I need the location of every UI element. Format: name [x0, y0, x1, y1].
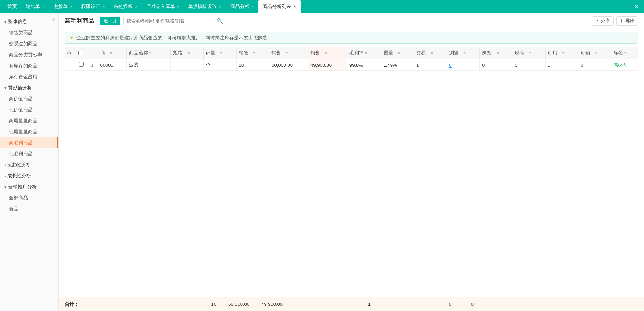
tab-sales-order[interactable]: 销售单 ×: [21, 0, 49, 13]
arrow-icon-growth: ›: [4, 174, 6, 178]
arrow-icon-wealth: ▾: [4, 86, 7, 90]
sidebar-item-all-goods[interactable]: 全部商品: [0, 192, 58, 203]
close-tab-permission-settings[interactable]: ×: [102, 4, 105, 9]
sidebar-group-trend-analysis[interactable]: › 流趋性分析: [0, 159, 58, 170]
close-tab-sales-order[interactable]: ×: [42, 4, 44, 9]
sidebar-item-low-freq[interactable]: 低爆量量商品: [0, 126, 58, 137]
col-browse2[interactable]: 浏览...⇅: [479, 47, 512, 59]
sidebar-item-goods-contribution[interactable]: 商品分类贡献率: [0, 49, 58, 60]
col-spec[interactable]: 规格...⇅: [170, 47, 203, 59]
sort-icon-sales-cost: ⇅: [325, 51, 328, 55]
tab-permission-settings[interactable]: 权限设置 ×: [77, 0, 109, 13]
sort-icon-browse1: ⇅: [463, 51, 466, 55]
data-table: ⚙ 商...⇅ 商品名称⇅ 规格...⇅: [65, 47, 638, 71]
footer-sales-qty-val: 10: [197, 301, 219, 307]
cell-spec: [170, 59, 203, 71]
tab-home[interactable]: 首页: [3, 0, 21, 13]
main-layout: ‹‹ ▾ 整体信息 销售类商品 交易过的商品 商品分类贡献率 有库存的商品 库存…: [0, 13, 644, 311]
search-input[interactable]: [127, 18, 217, 23]
cell-transaction: 1: [414, 59, 447, 71]
sort-icon-gross-margin: ⇅: [364, 51, 367, 55]
sort-icon-available-stock: ⇅: [562, 51, 565, 55]
arrow-icon-marketing: ▾: [4, 185, 7, 189]
top-navigation: 首页 销售单 × 进货单 × 权限设置 × 角色授权 × 产成品入库单 × 单据…: [0, 0, 644, 13]
close-tab-order-template[interactable]: ×: [219, 4, 221, 9]
close-tab-purchase-order[interactable]: ×: [70, 4, 72, 9]
sidebar-item-new-goods[interactable]: 新品: [0, 203, 58, 214]
cell-sales-amount: 50,000.00: [269, 59, 308, 71]
cell-available-stock: 0: [545, 59, 578, 71]
footer-available-stock-val: 0: [432, 301, 454, 307]
sort-icon-code: ⇅: [109, 51, 112, 55]
footer-sales-qty: [94, 301, 197, 307]
export-button[interactable]: ⇓ 导出: [616, 16, 638, 26]
footer-spacer2: [373, 301, 432, 307]
tab-product-analysis[interactable]: 商品分析 ×: [226, 0, 258, 13]
sidebar-group-marketing-analysis[interactable]: ▾ 营销推广分析: [0, 181, 58, 192]
sidebar-item-stock-capital[interactable]: 库存资金占用: [0, 71, 58, 82]
sidebar-item-high-value[interactable]: 高价值商品: [0, 93, 58, 104]
close-tab-product-entry[interactable]: ×: [177, 4, 179, 9]
tab-role-permission[interactable]: 角色授权 ×: [109, 0, 141, 13]
col-checkbox[interactable]: [76, 47, 87, 59]
cell-checkbox[interactable]: [76, 59, 87, 71]
sidebar-item-high-margin[interactable]: 高毛利商品: [0, 137, 58, 148]
sidebar-group-overall-info[interactable]: ▾ 整体信息: [0, 16, 58, 27]
col-coverage[interactable]: 覆盖...⇅: [381, 47, 414, 59]
cell-sellable-stock: 0: [578, 59, 611, 71]
filter-recent-month-button[interactable]: 近一月: [100, 17, 120, 25]
sort-icon-spec: ⇅: [187, 51, 190, 55]
footer-cells: 10 50,000.00 49,900.00 1 0 0: [94, 301, 638, 307]
col-sellable-stock[interactable]: 可销...⇅: [578, 47, 611, 59]
col-sales-amount[interactable]: 销售...⇅: [269, 47, 308, 59]
sidebar-item-low-margin[interactable]: 低毛利商品: [0, 148, 58, 159]
cell-coverage: 1.49%: [381, 59, 414, 71]
close-tab-product-analysis[interactable]: ×: [252, 4, 254, 9]
col-current-stock[interactable]: 现有...⇅: [512, 47, 545, 59]
col-settings[interactable]: ⚙: [65, 47, 76, 59]
sidebar-item-high-freq[interactable]: 高爆量量商品: [0, 115, 58, 126]
sidebar-item-traded-goods[interactable]: 交易过的商品: [0, 38, 58, 49]
sidebar-item-sales-goods[interactable]: 销售类商品: [0, 27, 58, 38]
close-all-button[interactable]: ×: [632, 3, 641, 10]
sort-icon-transaction: ⇅: [431, 51, 433, 55]
sort-icon-unit: ⇅: [220, 51, 223, 55]
sidebar-item-low-value[interactable]: 低价值商品: [0, 104, 58, 115]
sidebar-group-growth-analysis[interactable]: › 成长性分析: [0, 170, 58, 181]
tab-product-entry[interactable]: 产成品入库单 ×: [142, 0, 184, 13]
cell-browse1[interactable]: 0: [447, 59, 479, 71]
sidebar-item-stocked-goods[interactable]: 有库存的商品: [0, 60, 58, 71]
footer-spacer1: [285, 301, 343, 307]
tab-purchase-order[interactable]: 进货单 ×: [49, 0, 76, 13]
close-tab-role-permission[interactable]: ×: [135, 4, 137, 9]
col-code[interactable]: 商...⇅: [98, 47, 127, 59]
tab-product-analysis-list[interactable]: 商品分析列表 ×: [258, 0, 300, 13]
sidebar-group-wealth-analysis[interactable]: ▾ 贡献值分析: [0, 82, 58, 93]
col-unit[interactable]: 计量...⇅: [204, 47, 236, 59]
col-available-stock[interactable]: 可用...⇅: [545, 47, 578, 59]
select-all-checkbox[interactable]: [78, 51, 83, 55]
col-gross-margin[interactable]: 毛利率⇅: [347, 47, 381, 59]
info-icon: ☀: [69, 35, 74, 41]
row-checkbox[interactable]: [79, 62, 84, 67]
col-browse1[interactable]: 浏览...⇅: [447, 47, 479, 59]
col-tag[interactable]: 标签⇅: [611, 47, 638, 59]
col-sales-qty[interactable]: 销售...⇅: [236, 47, 269, 59]
col-name[interactable]: 商品名称⇅: [127, 47, 171, 59]
share-button[interactable]: ➚ 分享: [592, 16, 614, 26]
arrow-icon: ▾: [4, 19, 7, 24]
sidebar-collapse-button[interactable]: ‹‹: [52, 16, 55, 22]
sort-icon-current-stock: ⇅: [529, 51, 532, 55]
col-sales-cost[interactable]: 销售...⇅: [308, 47, 347, 59]
col-transaction[interactable]: 交易...⇅: [414, 47, 447, 59]
sort-icon-sellable-stock: ⇅: [595, 51, 598, 55]
cell-name: 运费: [127, 59, 171, 71]
search-icon[interactable]: 🔍: [217, 18, 223, 24]
settings-icon: ⚙: [67, 50, 71, 56]
info-banner: ☀ 企业的主要的利润都是这部分商品创造的，可考虑加大推广，同时关注库存是不要出现…: [65, 32, 638, 44]
sort-icon-browse2: ⇅: [496, 51, 499, 55]
search-box: 🔍: [123, 17, 226, 25]
cell-sales-qty: 10: [236, 59, 269, 71]
tab-order-template[interactable]: 单据模板设置 ×: [184, 0, 226, 13]
close-tab-product-analysis-list[interactable]: ×: [294, 4, 296, 9]
